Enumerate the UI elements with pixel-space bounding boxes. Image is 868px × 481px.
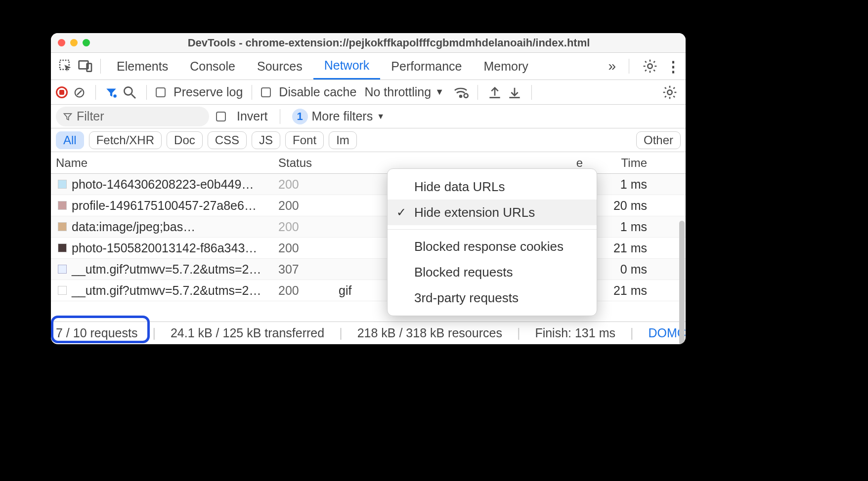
dd-hide-extension-urls[interactable]: Hide extension URLs bbox=[388, 200, 597, 225]
tab-console[interactable]: Console bbox=[179, 53, 246, 80]
chip-doc[interactable]: Doc bbox=[167, 131, 203, 149]
chip-all[interactable]: All bbox=[56, 131, 84, 149]
device-toggle-icon[interactable] bbox=[76, 58, 95, 74]
status-bar: 7 / 10 requests | 24.1 kB / 125 kB trans… bbox=[51, 321, 686, 344]
row-thumb-icon bbox=[58, 243, 67, 252]
svg-point-7 bbox=[464, 93, 468, 97]
preserve-log-label: Preserve log bbox=[174, 85, 243, 99]
tab-network[interactable]: Network bbox=[313, 53, 381, 80]
close-window-button[interactable] bbox=[58, 39, 65, 46]
upload-har-icon[interactable] bbox=[487, 84, 503, 100]
status-transferred: 24.1 kB / 125 kB transferred bbox=[171, 326, 324, 340]
vertical-scrollbar[interactable] bbox=[679, 221, 685, 344]
more-filters-dropdown: Hide data URLs Hide extension URLs Block… bbox=[387, 168, 597, 316]
status-resources: 218 kB / 318 kB resources bbox=[357, 326, 502, 340]
funnel-icon bbox=[63, 112, 73, 121]
dd-hide-data-urls[interactable]: Hide data URLs bbox=[388, 174, 597, 200]
row-thumb-icon bbox=[58, 201, 67, 210]
network-conditions-icon[interactable] bbox=[453, 84, 469, 100]
row-thumb-icon bbox=[58, 286, 67, 295]
chip-js[interactable]: JS bbox=[252, 131, 280, 149]
tab-memory[interactable]: Memory bbox=[473, 53, 539, 80]
dd-blocked-requests[interactable]: Blocked requests bbox=[388, 259, 597, 285]
record-button[interactable] bbox=[56, 86, 68, 98]
minimize-window-button[interactable] bbox=[70, 39, 78, 46]
invert-label: Invert bbox=[237, 109, 268, 123]
filter-row: Filter Invert 1 More filters ▼ bbox=[51, 105, 686, 128]
col-header-name[interactable]: Name bbox=[51, 156, 278, 170]
chip-fetch-xhr[interactable]: Fetch/XHR bbox=[89, 131, 162, 149]
download-har-icon[interactable] bbox=[507, 84, 522, 100]
col-header-status[interactable]: Status bbox=[278, 156, 339, 170]
filter-toggle-icon[interactable] bbox=[105, 86, 118, 99]
filter-input[interactable]: Filter bbox=[56, 107, 209, 126]
more-filters-button[interactable]: 1 More filters ▼ bbox=[292, 109, 385, 124]
main-tabbar: Elements Console Sources Network Perform… bbox=[51, 53, 686, 80]
network-toolbar: ⊘ Preserve log Disable cache No throttli… bbox=[51, 80, 686, 105]
svg-point-8 bbox=[667, 90, 672, 94]
tab-elements[interactable]: Elements bbox=[106, 53, 179, 80]
panel-tabs: Elements Console Sources Network Perform… bbox=[106, 53, 539, 80]
tab-sources[interactable]: Sources bbox=[246, 53, 313, 80]
preserve-log-checkbox[interactable] bbox=[156, 87, 166, 97]
svg-point-6 bbox=[460, 95, 462, 97]
type-filter-row: All Fetch/XHR Doc CSS JS Font Im Other bbox=[51, 128, 686, 152]
devtools-window: DevTools - chrome-extension://pejkokffka… bbox=[51, 33, 686, 344]
svg-point-5 bbox=[124, 87, 132, 95]
tab-performance[interactable]: Performance bbox=[380, 53, 473, 80]
row-thumb-icon bbox=[58, 180, 67, 189]
more-filters-badge: 1 bbox=[292, 109, 308, 124]
chip-css[interactable]: CSS bbox=[208, 131, 247, 149]
invert-checkbox[interactable] bbox=[216, 112, 226, 121]
dd-3rd-party-requests[interactable]: 3rd-party requests bbox=[388, 285, 597, 311]
search-icon[interactable] bbox=[122, 84, 137, 100]
chip-other[interactable]: Other bbox=[636, 131, 681, 149]
chip-font[interactable]: Font bbox=[285, 131, 324, 149]
maximize-window-button[interactable] bbox=[83, 39, 90, 46]
gear-icon[interactable] bbox=[642, 58, 658, 74]
network-settings-gear-icon[interactable] bbox=[662, 84, 678, 100]
row-thumb-icon bbox=[58, 265, 67, 274]
throttling-select[interactable]: No throttling ▼ bbox=[364, 85, 444, 99]
status-requests: 7 / 10 requests bbox=[56, 326, 137, 340]
window-title: DevTools - chrome-extension://pejkokffka… bbox=[99, 37, 679, 49]
traffic-lights bbox=[58, 39, 90, 46]
chevron-down-icon: ▼ bbox=[435, 87, 444, 97]
col-header-size[interactable]: e bbox=[517, 156, 590, 170]
disable-cache-label: Disable cache bbox=[279, 85, 356, 99]
chip-img[interactable]: Im bbox=[329, 131, 357, 149]
more-tabs-icon[interactable]: » bbox=[608, 58, 616, 74]
kebab-menu-icon[interactable]: ⋮ bbox=[666, 58, 681, 75]
chevron-down-icon: ▼ bbox=[377, 112, 385, 121]
inspect-element-icon[interactable] bbox=[56, 58, 76, 74]
titlebar: DevTools - chrome-extension://pejkokffka… bbox=[51, 33, 686, 53]
row-thumb-icon bbox=[58, 222, 67, 231]
clear-icon[interactable]: ⊘ bbox=[72, 83, 87, 101]
status-finish: Finish: 131 ms bbox=[535, 326, 615, 340]
disable-cache-checkbox[interactable] bbox=[261, 87, 271, 97]
col-header-time[interactable]: Time bbox=[590, 156, 654, 170]
dd-blocked-response-cookies[interactable]: Blocked response cookies bbox=[388, 234, 597, 259]
svg-point-3 bbox=[648, 64, 652, 68]
svg-point-4 bbox=[113, 94, 117, 98]
